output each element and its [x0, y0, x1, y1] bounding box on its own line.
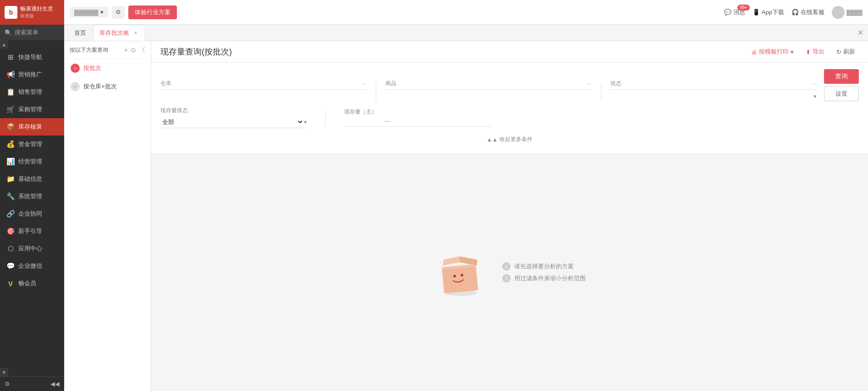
export-icon: ⬆ [806, 49, 811, 55]
user-name-label: ▓▓▓▓ [846, 9, 863, 16]
sidebar-item-label: 快捷导航 [18, 53, 42, 61]
tab-inventory-batch[interactable]: 库存批次账 × [93, 25, 145, 41]
sidebar-item-label: 销售管理 [18, 88, 42, 96]
guide-icon: 🎯 [6, 227, 15, 235]
plan-item-warehouse-batch[interactable]: ○ 按仓库+批次 [64, 77, 151, 96]
empty-svg [434, 245, 489, 300]
sidebar-item-guide[interactable]: 🎯 新手引导 [0, 223, 64, 240]
close-panel-button[interactable]: ✕ [857, 28, 863, 37]
sidebar-nav: ⊞ 快捷导航 📢 营销推广 📋 销售管理 🛒 采购管理 📦 库存核算 💰 资金管… [0, 49, 64, 368]
plan-dot-warehouse-batch: ○ [71, 82, 80, 91]
settings-footer-btn[interactable]: ⚙ [5, 380, 10, 387]
filter-area: 仓库 … 商品 … [151, 63, 868, 154]
user-avatar[interactable]: ▓▓▓▓ [832, 6, 863, 19]
product-more-btn[interactable]: … [586, 79, 592, 87]
sidebar-item-wechat[interactable]: 💬 企业微信 [0, 257, 64, 275]
stock-status-select[interactable]: 全部 正常 异常 [160, 118, 304, 126]
stock-quantity-min-input[interactable] [344, 118, 381, 125]
export-button[interactable]: ⬆ 导出 [802, 46, 828, 58]
phone-icon: 📱 [753, 9, 760, 16]
main-area: ▓▓▓▓▓▓ ▾ ⚙ 体验行业方案 💬 消息 99+ 📱 App下载 🎧 在线客… [64, 0, 868, 391]
product-input[interactable] [385, 92, 592, 101]
company-dropdown-icon: ▾ [100, 9, 104, 16]
empty-text: 1 请先选择要分析的方案 2 用过滤条件来缩小分析范围 [502, 262, 586, 282]
sidebar-scroll-down[interactable]: ▼ [0, 368, 8, 376]
sidebar-item-purchase[interactable]: 🛒 采购管理 [0, 101, 64, 118]
settings-btn[interactable]: ⚙ [112, 6, 125, 19]
plan-settings-button[interactable]: ⊙ [131, 46, 136, 54]
wechat-icon: 💬 [6, 262, 15, 270]
print-button[interactable]: 🖨 按模板打印 ▾ [747, 46, 797, 58]
plan-dot-icon: ○ [74, 65, 77, 71]
sidebar-item-member[interactable]: V 畅会员 [0, 275, 64, 292]
warehouse-label: 仓库 [160, 80, 171, 87]
page-header-actions: 🖨 按模板打印 ▾ ⬆ 导出 ↻ 刷新 [747, 46, 859, 58]
empty-state: 1 请先选择要分析的方案 2 用过滤条件来缩小分析范围 [151, 154, 868, 391]
sidebar-item-basic[interactable]: 📁 基础信息 [0, 170, 64, 188]
experience-industry-button[interactable]: 体验行业方案 [128, 5, 177, 19]
query-button[interactable]: 查询 [824, 69, 859, 84]
messages-button[interactable]: 💬 消息 99+ [724, 8, 745, 16]
warehouse-filter: 仓库 … [160, 79, 367, 101]
system-icon: 🔧 [6, 192, 15, 201]
stock-status-select-wrapper: 全部 正常 异常 ▾ [160, 116, 307, 128]
right-content: 现存量查询(按批次) 🖨 按模板打印 ▾ ⬆ 导出 ↻ 刷新 [151, 41, 868, 391]
sidebar-item-apps[interactable]: ⬡ 应用中心 [0, 240, 64, 257]
edition-label: 标准版 [20, 13, 53, 19]
sidebar-item-finance[interactable]: 💰 资金管理 [0, 136, 64, 153]
stock-status-filter: 现存量状态 全部 正常 异常 ▾ [160, 107, 307, 128]
sidebar-item-marketing[interactable]: 📢 营销推广 [0, 66, 64, 83]
sidebar-item-enterprise[interactable]: 🔗 企业协同 [0, 205, 64, 223]
plan-item-batch[interactable]: ○ 按批次 [64, 59, 151, 77]
collapse-panel-button[interactable]: 《 [139, 46, 145, 54]
status-input[interactable] [610, 92, 813, 101]
tab-close-button[interactable]: × [132, 29, 139, 37]
status-dropdown-icon: ▾ [813, 93, 817, 100]
refresh-icon: ↻ [836, 49, 841, 55]
sidebar-item-system[interactable]: 🔧 系统管理 [0, 188, 64, 205]
step-1-label: 请先选择要分析的方案 [514, 262, 574, 271]
marketing-icon: 📢 [6, 71, 15, 79]
sidebar-item-label: 企业微信 [18, 262, 42, 270]
warehouse-more-btn[interactable]: … [361, 79, 367, 87]
add-plan-button[interactable]: + [124, 46, 128, 54]
product-label: 商品 [385, 80, 396, 87]
svg-marker-3 [443, 256, 460, 266]
sidebar-item-inventory[interactable]: 📦 库存核算 [0, 118, 64, 136]
product-filter: 商品 … [385, 79, 592, 101]
sidebar-item-sales[interactable]: 📋 销售管理 [0, 83, 64, 101]
display-settings-button[interactable]: 设置 [824, 87, 859, 101]
company-selector[interactable]: ▓▓▓▓▓▓ ▾ [70, 7, 108, 17]
stock-quantity-label: 现存量（主） [344, 108, 491, 116]
operations-icon: 📊 [6, 157, 15, 166]
step-2-label: 用过滤条件来缩小分析范围 [514, 274, 586, 282]
active-tab-label: 库存批次账 [99, 29, 129, 37]
sidebar-item-operations[interactable]: 📊 经营管理 [0, 153, 64, 170]
sidebar-item-label: 采购管理 [18, 105, 42, 114]
message-icon: 💬 [724, 9, 731, 16]
app-download-button[interactable]: 📱 App下载 [753, 8, 784, 16]
collapse-more-btn[interactable]: ▲▲ 收起更多条件 [160, 132, 859, 147]
collapse-sidebar-icon: ◀◀ [50, 380, 60, 387]
stock-quantity-max-input[interactable] [394, 118, 431, 125]
status-more-btn[interactable]: … [811, 79, 817, 87]
customer-service-button[interactable]: 🎧 在线客服 [791, 8, 824, 16]
sidebar-item-label: 营销推广 [18, 71, 42, 79]
sidebar-item-quick-nav[interactable]: ⊞ 快捷导航 [0, 49, 64, 66]
step-num-2: 2 [502, 274, 511, 282]
svg-point-6 [461, 274, 463, 277]
plan-dot-batch: ○ [71, 64, 80, 73]
left-panel-header: 按以下方案查询 + ⊙ 《 [64, 41, 151, 59]
stock-status-label: 现存量状态 [160, 107, 307, 114]
sidebar-scroll-up[interactable]: ▲ [0, 40, 8, 49]
collapse-sidebar-btn[interactable]: ◀◀ [50, 380, 60, 387]
search-label: 搜索菜单 [15, 28, 38, 37]
warehouse-input[interactable] [160, 92, 367, 101]
search-menu-item[interactable]: 🔍 搜索菜单 [0, 25, 64, 40]
refresh-button[interactable]: ↻ 刷新 [833, 46, 859, 58]
content-area: 按以下方案查询 + ⊙ 《 ○ 按批次 ○ 按仓库+批次 [64, 41, 868, 391]
close-icon: ✕ [857, 28, 863, 37]
status-label: 状态 [610, 80, 621, 87]
tab-home[interactable]: 首页 [69, 25, 92, 41]
sidebar-item-label: 库存核算 [18, 123, 42, 131]
